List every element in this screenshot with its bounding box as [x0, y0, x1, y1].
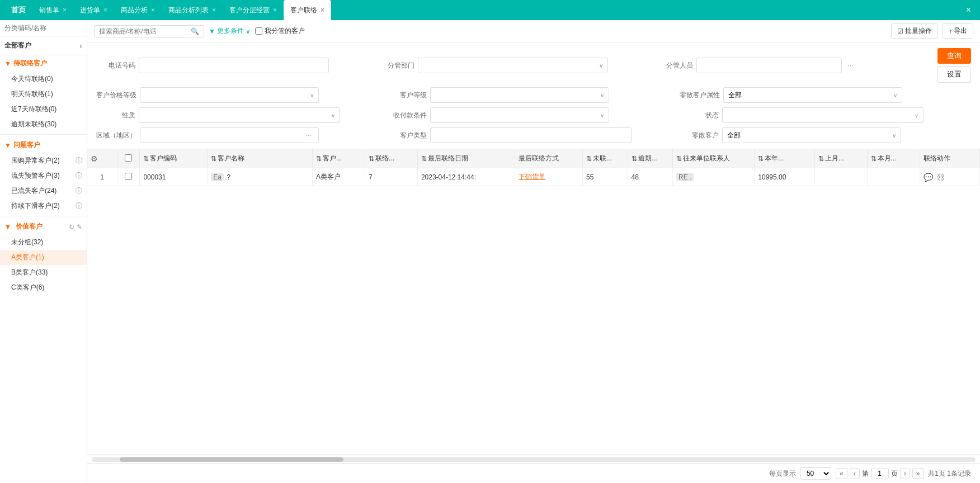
last-way-link[interactable]: 下销货单 — [519, 173, 545, 181]
filter-person-input[interactable] — [696, 58, 842, 73]
arrow-down-icon-2: ▼ — [4, 141, 11, 149]
sidebar-item-7days-pending[interactable]: 近7天待联络(0) — [0, 102, 87, 117]
sidebar-item-unclassified[interactable]: 未分组(32) — [0, 235, 87, 250]
per-page-select[interactable]: 50 100 200 — [800, 467, 831, 480]
message-icon[interactable]: 💬 — [924, 173, 933, 182]
edit-icon[interactable]: ✎ — [77, 223, 82, 231]
sidebar-section-problem[interactable]: ▼ 问题客户 — [0, 137, 87, 153]
page-label: 第 — [862, 469, 869, 479]
export-btn[interactable]: ↑ 导出 — [943, 23, 973, 39]
chevron-down-icon-scatter-attr: ∨ — [893, 92, 897, 98]
filter-region-select[interactable]: ··· — [140, 127, 319, 143]
last-page-btn[interactable]: » — [912, 468, 924, 479]
link-icon[interactable]: ⛓ — [936, 173, 944, 182]
close-customer-contact[interactable]: × — [321, 6, 324, 14]
nav-product-analysis[interactable]: 商品分析 × — [114, 0, 162, 20]
sidebar-item-today-pending[interactable]: 今天待联络(0) — [0, 72, 87, 87]
close-sales-order[interactable]: × — [63, 6, 67, 14]
settings-btn[interactable]: 设置 — [937, 66, 971, 83]
filter-nature-select[interactable]: ∨ — [139, 107, 340, 123]
sidebar-item-abnormal-stockpile[interactable]: 囤购异常客户(2) ⓘ — [0, 153, 87, 168]
nav-customer-tier[interactable]: 客户分层经营 × — [223, 0, 284, 20]
th-uncontact: ⇅ 未联... — [583, 149, 628, 168]
my-customers-checkbox-area[interactable]: 我分管的客户 — [255, 26, 305, 36]
filter-dept-select[interactable]: ∨ — [418, 58, 608, 73]
chevron-down-icon-dept: ∨ — [599, 63, 603, 69]
cell-this-year: 10995.00 — [755, 168, 814, 186]
nav-purchase-order[interactable]: 进货单 × — [73, 0, 114, 20]
filter-person-dots[interactable]: ··· — [845, 61, 855, 69]
select-all-checkbox[interactable] — [125, 154, 132, 162]
filter-scatter-customer-label: 零散客户 — [680, 131, 719, 140]
toolbar-search-icon[interactable]: 🔍 — [191, 27, 199, 35]
filter-row-4: 区域（地区） ··· 客户类型 零散客户 全部 ∨ — [96, 127, 971, 143]
th-contact-count: ⇅ 联络... — [365, 149, 417, 168]
close-product-analysis-list[interactable]: × — [212, 6, 216, 14]
filter-region-label: 区域（地区） — [96, 131, 136, 140]
filter-price-grade-select[interactable]: ∨ — [140, 87, 319, 103]
filter-payment-select[interactable]: ∨ — [430, 107, 609, 123]
nav-home[interactable]: 首页 — [4, 0, 32, 20]
close-window-btn[interactable]: × — [962, 5, 976, 15]
filter-payment: 收付款条件 ∨ — [388, 107, 679, 123]
sidebar-section-pending[interactable]: ▼ 待联络客户 — [0, 55, 87, 72]
row-checkbox[interactable] — [125, 173, 132, 180]
sidebar-search-input[interactable] — [4, 24, 87, 32]
page-input[interactable] — [871, 468, 889, 479]
first-page-btn[interactable]: « — [836, 468, 847, 479]
close-purchase-order[interactable]: × — [103, 6, 107, 14]
sidebar-item-overdue-contact[interactable]: 逾期未联络(30) — [0, 117, 87, 132]
cell-name: Ea ? — [208, 168, 313, 186]
sidebar-item-class-c[interactable]: C类客户(6) — [0, 280, 87, 295]
sidebar-collapse-btn[interactable]: ‹ — [79, 41, 82, 50]
nav-customer-contact[interactable]: 客户联络 × — [284, 0, 331, 20]
th-lastdate-sort-icon: ⇅ — [421, 155, 427, 163]
sidebar-item-churn-warning[interactable]: 流失预警客户(3) ⓘ — [0, 168, 87, 183]
filter-customer-grade-select[interactable]: ∨ — [430, 87, 609, 103]
th-code-sort-icon: ⇅ — [143, 155, 149, 163]
th-checkbox — [117, 149, 140, 168]
horizontal-scrollbar[interactable] — [92, 457, 976, 462]
th-last-way: 最后联络方式 — [515, 149, 583, 168]
chevron-down-icon-cust-grade: ∨ — [600, 92, 604, 98]
filter-scatter-customer-select[interactable]: 全部 ∨ — [722, 127, 901, 143]
sidebar-item-tomorrow-pending[interactable]: 明天待联络(1) — [0, 87, 87, 102]
next-page-btn[interactable]: › — [900, 468, 910, 479]
sidebar-item-class-a[interactable]: A类客户(1) — [0, 250, 87, 265]
table-area: ⚙ ⇅ 客户编码 — [87, 149, 980, 454]
sidebar-item-churned[interactable]: 已流失客户(24) ⓘ — [0, 183, 87, 198]
nav-sales-order[interactable]: 销售单 × — [32, 0, 73, 20]
filter-status-select[interactable]: ∨ — [722, 107, 924, 123]
batch-op-btn[interactable]: ☑ 批量操作 — [891, 23, 938, 39]
sidebar-item-class-b[interactable]: B类客户(33) — [0, 265, 87, 280]
my-customers-checkbox[interactable] — [255, 27, 262, 35]
th-type: ⇅ 客户... — [313, 149, 365, 168]
horizontal-scrollbar-thumb[interactable] — [120, 457, 343, 462]
th-code: ⇅ 客户编码 — [140, 149, 208, 168]
cell-code[interactable]: 000031 — [140, 168, 208, 186]
filter-person: 分管人员 ··· — [654, 58, 933, 73]
close-customer-tier[interactable]: × — [273, 6, 277, 14]
filter-scatter-attr-select[interactable]: 全部 ∨ — [723, 87, 902, 103]
query-btn[interactable]: 查询 — [937, 48, 971, 64]
filter-scatter-attr: 零散客户属性 全部 ∨ — [680, 87, 971, 103]
arrow-down-icon-3: ▼ — [4, 223, 11, 231]
filter-customer-type-select[interactable] — [430, 127, 632, 143]
sidebar-value-title[interactable]: ▼ 价值客户 — [4, 222, 43, 231]
filter-more-btn[interactable]: ▼ 更多条件 ∨ — [209, 26, 251, 36]
prev-page-btn[interactable]: ‹ — [850, 468, 860, 479]
sidebar-all-customers[interactable]: 全部客户 ‹ — [0, 36, 87, 55]
th-name-sort-icon: ⇅ — [211, 155, 216, 163]
toolbar-search-input[interactable] — [99, 27, 189, 35]
refresh-icon[interactable]: ↻ — [69, 223, 74, 231]
th-uncontact-sort-icon: ⇅ — [586, 155, 592, 163]
close-product-analysis[interactable]: × — [151, 6, 155, 14]
table-row: 1 000031 Ea ? A类客户 7 2023-04-12 14:44: — [87, 168, 980, 186]
nav-product-analysis-list[interactable]: 商品分析列表 × — [162, 0, 223, 20]
export-icon: ↑ — [949, 27, 952, 35]
filter-region-dots[interactable]: ··· — [304, 131, 314, 139]
gear-icon[interactable]: ⚙ — [91, 154, 98, 163]
filter-phone-input[interactable] — [139, 58, 329, 73]
sidebar-item-declining[interactable]: 持续下滑客户(2) ⓘ — [0, 198, 87, 214]
filter-region: 区域（地区） ··· — [96, 127, 388, 143]
